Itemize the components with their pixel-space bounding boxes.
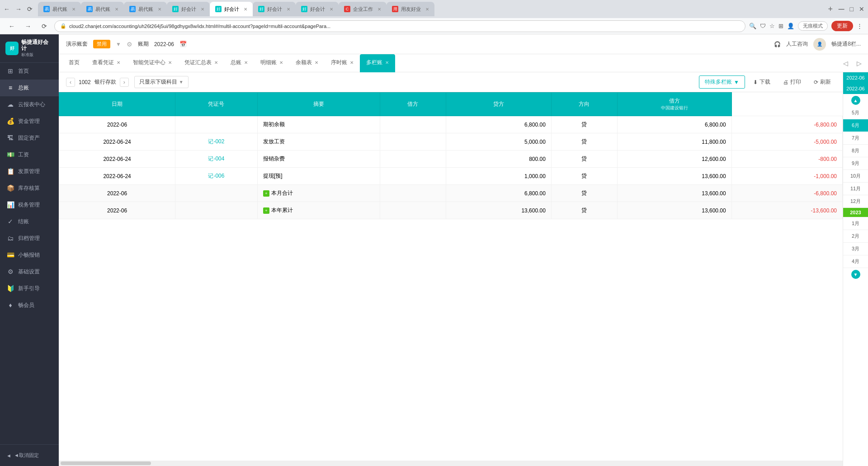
setting-icon[interactable]: ⚙ xyxy=(127,41,132,48)
date-item-11月[interactable]: 11月 xyxy=(843,183,868,195)
sidebar-item-小畅报销[interactable]: 💳小畅报销 xyxy=(0,247,59,264)
date-item-9月[interactable]: 9月 xyxy=(843,157,868,170)
account-icon[interactable]: 👤 xyxy=(787,23,794,29)
browser-tab-5[interactable]: 好好会计✕ xyxy=(253,2,296,16)
minimize-icon[interactable]: ─ xyxy=(839,5,844,14)
sidebar-item-库存核算[interactable]: 📦库存核算 xyxy=(0,180,59,197)
date-item-2023[interactable]: 2023 xyxy=(843,208,868,217)
incognito-mode-button[interactable]: 无痕模式 xyxy=(798,21,828,31)
table-container[interactable]: 日期凭证号摘要借方贷方方向借方中国建设银行 2022-06期初余额6,800.0… xyxy=(59,92,843,461)
browser-tab-7[interactable]: C企业工作✕ xyxy=(339,2,387,16)
forward-icon[interactable]: → xyxy=(15,5,22,13)
sidebar-pin-button[interactable]: ◄ ◄取消固定 xyxy=(0,448,59,462)
cell-voucher-3[interactable]: 记-006 xyxy=(175,168,258,185)
sidebar-item-首页[interactable]: ⊞首页 xyxy=(0,63,59,80)
scroll-thumb[interactable] xyxy=(61,461,151,465)
nav-tab-5[interactable]: 明细账✕ xyxy=(254,54,289,72)
tab-close-2[interactable]: ✕ xyxy=(158,7,161,12)
voucher-link-2[interactable]: 记-004 xyxy=(208,155,224,162)
nav-forward-button[interactable]: → xyxy=(22,20,34,33)
nav-reload-button[interactable]: ⟳ xyxy=(38,20,51,33)
tab-close-7[interactable]: ✕ xyxy=(377,7,381,12)
cell-voucher-2[interactable]: 记-004 xyxy=(175,151,258,168)
nav-tab-2[interactable]: 智能凭证中心✕ xyxy=(127,54,178,72)
sidebar-item-结账[interactable]: ✓结账 xyxy=(0,213,59,230)
nav-tab-close-2[interactable]: ✕ xyxy=(168,60,172,65)
browser-tab-2[interactable]: 易易代账✕ xyxy=(124,2,167,16)
url-bar[interactable]: 🔒 cloud2.chanjet.com/accounting/uh26t264… xyxy=(54,20,745,32)
calendar-icon[interactable]: 📅 xyxy=(179,41,187,47)
demo-dropdown-arrow[interactable]: ▼ xyxy=(116,41,121,47)
nav-tab-close-7[interactable]: ✕ xyxy=(350,60,354,65)
download-button[interactable]: ⬇ 下载 xyxy=(749,76,775,88)
date-nav-up[interactable]: ▲ xyxy=(851,96,860,105)
nav-tab-0[interactable]: 首页 xyxy=(62,54,86,72)
browser-tab-4[interactable]: 好好会计✕ xyxy=(210,2,253,16)
browser-tab-1[interactable]: 易易代账✕ xyxy=(81,2,124,16)
sidebar-item-总账[interactable]: ≡总账 xyxy=(0,80,59,96)
date-item-8月[interactable]: 8月 xyxy=(843,145,868,157)
tab-close-8[interactable]: ✕ xyxy=(425,7,429,12)
bottom-scrollbar[interactable] xyxy=(59,461,843,466)
nav-tab-4[interactable]: 总账✕ xyxy=(224,54,254,72)
sidebar-item-畅会员[interactable]: ♦畅会员 xyxy=(0,297,59,314)
date-item-5月[interactable]: 5月 xyxy=(843,107,868,119)
new-tab-button[interactable]: + xyxy=(824,3,837,15)
voucher-link-3[interactable]: 记-006 xyxy=(208,173,224,179)
sidebar-item-发票管理[interactable]: 📋发票管理 xyxy=(0,163,59,180)
close-icon[interactable]: ✕ xyxy=(859,5,864,13)
special-ledger-button[interactable]: 特殊多栏账 ▼ xyxy=(699,75,745,89)
nav-tab-close-8[interactable]: ✕ xyxy=(385,60,389,65)
sidebar-item-新手引导[interactable]: 🔰新手引导 xyxy=(0,280,59,297)
star-icon[interactable]: ☆ xyxy=(769,23,775,29)
browser-tab-0[interactable]: 易易代账✕ xyxy=(38,2,81,16)
cell-voucher-1[interactable]: 记-002 xyxy=(175,133,258,151)
date-item-2月[interactable]: 2月 xyxy=(843,230,868,243)
date-item-3月[interactable]: 3月 xyxy=(843,243,868,255)
nav-tab-close-5[interactable]: ✕ xyxy=(279,60,283,65)
search-icon[interactable]: 🔍 xyxy=(749,23,756,29)
print-button[interactable]: 🖨 打印 xyxy=(778,76,806,88)
nav-back-button[interactable]: ← xyxy=(5,20,18,33)
date-item-10月[interactable]: 10月 xyxy=(843,170,868,183)
tab-close-5[interactable]: ✕ xyxy=(287,7,290,12)
account-prev-button[interactable]: ‹ xyxy=(66,78,75,87)
account-next-button[interactable]: › xyxy=(120,78,129,87)
refresh-button[interactable]: ⟳ 刷新 xyxy=(809,76,835,88)
date-item-7月[interactable]: 7月 xyxy=(843,132,868,145)
user-name[interactable]: 畅捷通8栏... xyxy=(831,40,861,48)
nav-tab-close-6[interactable]: ✕ xyxy=(315,60,318,65)
browser-tab-3[interactable]: 好好会计✕ xyxy=(167,2,210,16)
menu-icon[interactable]: ⋮ xyxy=(857,23,863,29)
date-item-6月[interactable]: 6月 xyxy=(843,119,868,132)
sidebar-item-资金管理[interactable]: 💰资金管理 xyxy=(0,113,59,130)
sidebar-item-税务管理[interactable]: 📊税务管理 xyxy=(0,197,59,213)
browser-tab-8[interactable]: 用用友好业✕ xyxy=(387,2,434,16)
tab-close-6[interactable]: ✕ xyxy=(330,7,333,12)
nav-tab-close-4[interactable]: ✕ xyxy=(244,60,248,65)
collapse-left-icon[interactable]: ◁ xyxy=(840,58,851,69)
tab-close-1[interactable]: ✕ xyxy=(115,7,118,12)
nav-tab-6[interactable]: 余额表✕ xyxy=(289,54,325,72)
voucher-link-1[interactable]: 记-002 xyxy=(208,138,224,145)
tab-close-0[interactable]: ✕ xyxy=(72,7,75,12)
date-nav-down[interactable]: ▼ xyxy=(851,270,860,279)
reload-icon[interactable]: ⟳ xyxy=(27,5,33,13)
nav-tab-close-1[interactable]: ✕ xyxy=(117,60,120,65)
sidebar-item-基础设置[interactable]: ⚙基础设置 xyxy=(0,264,59,280)
maximize-icon[interactable]: □ xyxy=(850,5,854,13)
date-item-1月[interactable]: 1月 xyxy=(843,217,868,230)
consult-label[interactable]: 人工咨询 xyxy=(786,40,808,48)
nav-tab-7[interactable]: 序时账✕ xyxy=(325,54,360,72)
sidebar-item-云报表中心[interactable]: ☁云报表中心 xyxy=(0,96,59,113)
browser-tab-6[interactable]: 好好会计✕ xyxy=(296,2,339,16)
sidebar-item-工资[interactable]: 💵工资 xyxy=(0,146,59,163)
date-item-4月[interactable]: 4月 xyxy=(843,255,868,268)
nav-tab-close-3[interactable]: ✕ xyxy=(214,60,218,65)
date-item-12月[interactable]: 12月 xyxy=(843,195,868,208)
sidebar-item-固定资产[interactable]: 🏗固定资产 xyxy=(0,130,59,146)
filter-button[interactable]: 只显示下级科目 ▼ xyxy=(134,76,189,88)
tab-close-3[interactable]: ✕ xyxy=(201,7,204,12)
sidebar-item-归档管理[interactable]: 🗂归档管理 xyxy=(0,230,59,247)
expand-right-icon[interactable]: ▷ xyxy=(854,58,864,69)
